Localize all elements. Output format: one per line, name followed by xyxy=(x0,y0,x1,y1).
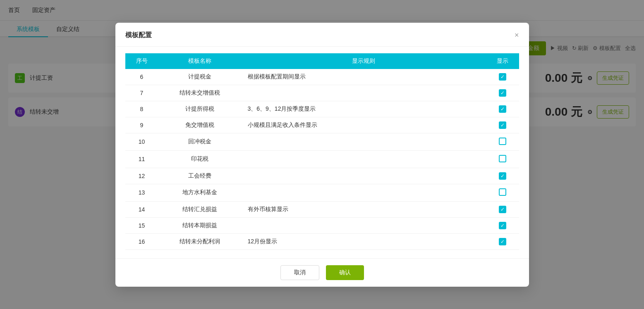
table-row: 8计提所得税3、6、9、12月按季度显示 xyxy=(125,101,519,117)
dialog-footer: 取消 确认 xyxy=(115,258,529,287)
table-wrapper[interactable]: 序号 模板名称 显示规则 显示 6计提税金根据模板配置期间显示7结转未交增值税8… xyxy=(125,53,519,250)
checkbox-9[interactable] xyxy=(499,121,506,129)
table-row: 6计提税金根据模板配置期间显示 xyxy=(125,69,519,85)
checkbox-10[interactable] xyxy=(499,138,506,145)
cell-id: 12 xyxy=(125,168,158,184)
cell-name: 计提税金 xyxy=(158,69,241,85)
dialog-close-button[interactable]: × xyxy=(515,31,519,39)
cell-name: 结转未分配利润 xyxy=(158,233,241,250)
cell-checkbox[interactable] xyxy=(486,217,519,233)
cell-name: 结转汇兑损益 xyxy=(158,201,241,217)
checkbox-14[interactable] xyxy=(499,206,506,213)
cell-name: 免交增值税 xyxy=(158,117,241,133)
col-header-rule: 显示规则 xyxy=(241,53,486,69)
cell-name: 计提所得税 xyxy=(158,101,241,117)
table-row: 10回冲税金 xyxy=(125,133,519,150)
checkbox-16[interactable] xyxy=(499,238,506,245)
cell-rule: 有外币核算显示 xyxy=(241,201,486,217)
cell-name: 印花税 xyxy=(158,150,241,168)
cell-id: 6 xyxy=(125,69,158,85)
table-row: 14结转汇兑损益有外币核算显示 xyxy=(125,201,519,217)
cell-checkbox[interactable] xyxy=(486,168,519,184)
checkbox-15[interactable] xyxy=(499,222,506,229)
cell-rule: 小规模且满足收入条件显示 xyxy=(241,117,486,133)
table-header-row: 序号 模板名称 显示规则 显示 xyxy=(125,53,519,69)
cell-name: 工会经费 xyxy=(158,168,241,184)
cell-name: 回冲税金 xyxy=(158,133,241,150)
dialog-header: 模板配置 × xyxy=(115,23,529,47)
cell-checkbox[interactable] xyxy=(486,184,519,201)
cell-name: 结转本期损益 xyxy=(158,217,241,233)
cell-id: 7 xyxy=(125,85,158,101)
cell-id: 10 xyxy=(125,133,158,150)
cell-rule: 12月份显示 xyxy=(241,233,486,250)
cell-rule: 根据模板配置期间显示 xyxy=(241,69,486,85)
config-table: 序号 模板名称 显示规则 显示 6计提税金根据模板配置期间显示7结转未交增值税8… xyxy=(125,53,519,250)
cell-rule xyxy=(241,85,486,101)
cell-rule xyxy=(241,217,486,233)
dialog-body: 序号 模板名称 显示规则 显示 6计提税金根据模板配置期间显示7结转未交增值税8… xyxy=(115,47,529,258)
cell-id: 11 xyxy=(125,150,158,168)
cell-rule: 3、6、9、12月按季度显示 xyxy=(241,101,486,117)
cell-id: 9 xyxy=(125,117,158,133)
cell-id: 8 xyxy=(125,101,158,117)
cell-id: 16 xyxy=(125,233,158,250)
cell-checkbox[interactable] xyxy=(486,69,519,85)
checkbox-7[interactable] xyxy=(499,89,506,97)
cell-id: 13 xyxy=(125,184,158,201)
col-header-id: 序号 xyxy=(125,53,158,69)
table-row: 9免交增值税小规模且满足收入条件显示 xyxy=(125,117,519,133)
table-row: 7结转未交增值税 xyxy=(125,85,519,101)
modal-overlay: 模板配置 × 序号 模板名称 显示规则 显示 6计提税金根据模板配置期间显示7结… xyxy=(0,0,644,309)
cell-checkbox[interactable] xyxy=(486,201,519,217)
cell-rule xyxy=(241,184,486,201)
table-body: 6计提税金根据模板配置期间显示7结转未交增值税8计提所得税3、6、9、12月按季… xyxy=(125,69,519,250)
confirm-button[interactable]: 确认 xyxy=(326,265,364,280)
checkbox-11[interactable] xyxy=(499,155,506,162)
table-row: 16结转未分配利润12月份显示 xyxy=(125,233,519,250)
table-row: 13地方水利基金 xyxy=(125,184,519,201)
table-row: 15结转本期损益 xyxy=(125,217,519,233)
cancel-button[interactable]: 取消 xyxy=(280,265,319,280)
cell-checkbox[interactable] xyxy=(486,101,519,117)
cell-checkbox[interactable] xyxy=(486,117,519,133)
cell-checkbox[interactable] xyxy=(486,85,519,101)
cell-checkbox[interactable] xyxy=(486,233,519,250)
table-row: 11印花税 xyxy=(125,150,519,168)
cell-id: 15 xyxy=(125,217,158,233)
checkbox-13[interactable] xyxy=(499,188,506,196)
table-row: 12工会经费 xyxy=(125,168,519,184)
checkbox-6[interactable] xyxy=(499,73,506,81)
dialog-title: 模板配置 xyxy=(125,31,152,40)
cell-id: 14 xyxy=(125,201,158,217)
cell-checkbox[interactable] xyxy=(486,150,519,168)
col-header-display: 显示 xyxy=(486,53,519,69)
cell-name: 地方水利基金 xyxy=(158,184,241,201)
cell-rule xyxy=(241,150,486,168)
template-config-dialog: 模板配置 × 序号 模板名称 显示规则 显示 6计提税金根据模板配置期间显示7结… xyxy=(115,23,529,287)
checkbox-8[interactable] xyxy=(499,105,506,113)
cell-checkbox[interactable] xyxy=(486,133,519,150)
checkbox-12[interactable] xyxy=(499,172,506,180)
cell-name: 结转未交增值税 xyxy=(158,85,241,101)
cell-rule xyxy=(241,133,486,150)
col-header-name: 模板名称 xyxy=(158,53,241,69)
cell-rule xyxy=(241,168,486,184)
